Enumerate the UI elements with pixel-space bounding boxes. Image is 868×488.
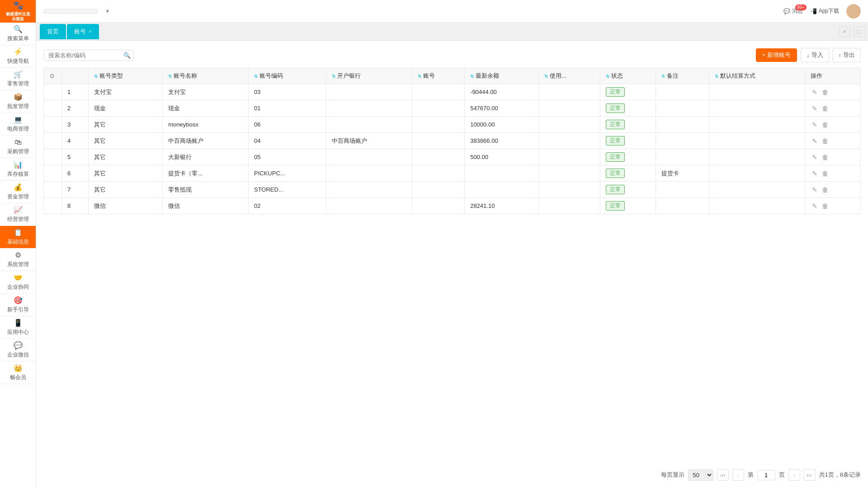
basic-info-icon: 📋 — [14, 228, 23, 237]
sidebar-item-purchase-mgmt[interactable]: 🛍 采购管理 — [0, 136, 36, 158]
sidebar-item-operation-mgmt[interactable]: 📈 经营管理 — [0, 203, 36, 226]
row-action: ✎ 🗑 — [805, 117, 861, 133]
th-default-payment[interactable]: ⇅默认结算方式 — [709, 68, 805, 84]
row-status: 正常 — [600, 149, 656, 165]
row-checkbox — [44, 84, 62, 100]
th-code[interactable]: ⇅账号编码 — [248, 68, 326, 84]
page-last-button[interactable]: ⏭ — [804, 469, 816, 481]
delete-button[interactable]: 🗑 — [821, 170, 830, 177]
sidebar-item-enterprise-agreement[interactable]: 🤝 企业协同 — [0, 271, 36, 294]
new-account-button[interactable]: + 新增账号 — [756, 48, 797, 62]
delete-button[interactable]: 🗑 — [821, 121, 830, 128]
row-name: 支付宝 — [163, 84, 249, 100]
logo-icon: 🐾 — [13, 1, 23, 11]
row-name: 零售抵现 — [163, 182, 249, 198]
page-input[interactable] — [757, 470, 775, 480]
th-bank[interactable]: ⇅开户银行 — [326, 68, 412, 84]
sidebar-item-wholesale-mgmt[interactable]: 📦 批发管理 — [0, 90, 36, 113]
edit-button[interactable]: ✎ — [811, 137, 819, 145]
th-usage[interactable]: ⇅使用... — [539, 68, 600, 84]
sidebar-item-ecommerce-mgmt[interactable]: 💻 电商管理 — [0, 113, 36, 136]
app-icon: 📲 — [810, 8, 817, 14]
tab-account[interactable]: 账号 × — [67, 24, 99, 39]
search-icon[interactable]: 🔍 — [123, 52, 131, 59]
sidebar-item-guide[interactable]: 🎯 新手引导 — [0, 294, 36, 316]
row-usage — [539, 198, 600, 214]
th-no — [62, 68, 89, 84]
delete-button[interactable]: 🗑 — [821, 186, 830, 193]
sidebar-item-basic-info[interactable]: 📋 基础信息 — [0, 226, 36, 249]
sidebar-item-enterprise-wechat[interactable]: 💬 企业微信 — [0, 339, 36, 361]
delete-button[interactable]: 🗑 — [821, 137, 830, 145]
top-search-box[interactable] — [43, 9, 98, 14]
page-next-button[interactable]: › — [788, 469, 800, 481]
th-status[interactable]: ⇅状态 — [600, 68, 656, 84]
row-no: 7 — [62, 182, 89, 198]
row-account — [412, 198, 465, 214]
edit-button[interactable]: ✎ — [811, 105, 819, 112]
total-label: 共1页，8条记录 — [819, 471, 861, 479]
delete-button[interactable]: 🗑 — [821, 105, 830, 112]
sidebar-item-quick-nav[interactable]: ⚡ 快捷导航 — [0, 45, 36, 68]
import-button[interactable]: ↓ 导入 — [801, 48, 829, 62]
th-type[interactable]: ⇅账号类型 — [89, 68, 163, 84]
sidebar-item-label: 畅会员 — [10, 374, 26, 381]
delete-button[interactable]: 🗑 — [821, 202, 830, 210]
tab-home[interactable]: 首页 — [40, 24, 66, 39]
tab-close-icon[interactable]: × — [89, 28, 92, 35]
row-type: 其它 — [89, 149, 163, 165]
row-default-payment — [709, 182, 805, 198]
row-bank: 中百商场账户 — [326, 133, 412, 149]
row-remark: 提货卡 — [656, 165, 709, 182]
search-input[interactable] — [48, 52, 121, 59]
th-account[interactable]: ⇅账号 — [412, 68, 465, 84]
search-box[interactable]: 🔍 — [43, 50, 134, 61]
page-size-select[interactable]: 50 100 200 — [688, 469, 713, 481]
delete-button[interactable]: 🗑 — [821, 89, 830, 96]
sidebar-item-app-center[interactable]: 📱 应用中心 — [0, 316, 36, 339]
th-remark[interactable]: ⇅备注 — [656, 68, 709, 84]
sidebar-item-retail-mgmt[interactable]: 🛒 零售管理 — [0, 68, 36, 90]
edit-button[interactable]: ✎ — [811, 89, 819, 96]
th-settings[interactable]: ⚙ — [44, 68, 62, 84]
sidebar-item-finance-mgmt[interactable]: 💰 资金管理 — [0, 181, 36, 203]
export-button[interactable]: ↑ 导出 — [833, 48, 861, 62]
message-button[interactable]: 💬 消息 99+ — [783, 7, 803, 15]
edit-button[interactable]: ✎ — [811, 121, 819, 128]
sidebar-item-vip[interactable]: 👑 畅会员 — [0, 361, 36, 384]
sidebar-item-label: 资金管理 — [7, 193, 29, 201]
row-action: ✎ 🗑 — [805, 198, 861, 214]
th-name[interactable]: ⇅账号名称 — [163, 68, 249, 84]
home-tab-label: 首页 — [47, 28, 59, 36]
th-balance[interactable]: ⇅最新余额 — [465, 68, 539, 84]
delete-button[interactable]: 🗑 — [821, 154, 830, 161]
page-first-button[interactable]: ⏮ — [717, 469, 729, 481]
sidebar-item-inventory[interactable]: 📊 库存核算 — [0, 158, 36, 181]
header-right: 💬 消息 99+ 📲 App下载 — [783, 4, 861, 19]
sidebar-item-search-menu[interactable]: 🔍 搜索菜单 — [0, 23, 36, 45]
row-bank — [326, 100, 412, 117]
sidebar-item-label: 零售管理 — [7, 80, 29, 88]
window-controls: × □ — [839, 26, 864, 37]
win-max-button[interactable]: □ — [854, 26, 864, 37]
edit-button[interactable]: ✎ — [811, 154, 819, 161]
dropdown-arrow-icon[interactable]: ▼ — [105, 8, 110, 14]
row-checkbox — [44, 100, 62, 117]
page-prev-button[interactable]: ‹ — [732, 469, 744, 481]
edit-button[interactable]: ✎ — [811, 186, 819, 193]
edit-button[interactable]: ✎ — [811, 170, 819, 177]
edit-button[interactable]: ✎ — [811, 202, 819, 210]
table-row: 4 其它 中百商场账户 04 中百商场账户 383866.00 正常 ✎ 🗑 — [44, 133, 861, 149]
app-download-button[interactable]: 📲 App下载 — [810, 7, 839, 15]
sidebar-item-label: 搜索菜单 — [7, 35, 29, 42]
row-status: 正常 — [600, 117, 656, 133]
th-action: 操作 — [805, 68, 861, 84]
row-name: 提货卡（零... — [163, 165, 249, 182]
avatar[interactable] — [846, 4, 861, 19]
toolbar-right: + 新增账号 ↓ 导入 ↑ 导出 — [756, 48, 861, 62]
logo-line2: 乐惠版 — [12, 17, 24, 22]
win-close-button[interactable]: × — [839, 26, 850, 37]
row-checkbox — [44, 198, 62, 214]
row-balance: 28241.10 — [465, 198, 539, 214]
sidebar-item-system-mgmt[interactable]: ⚙ 系统管理 — [0, 249, 36, 271]
